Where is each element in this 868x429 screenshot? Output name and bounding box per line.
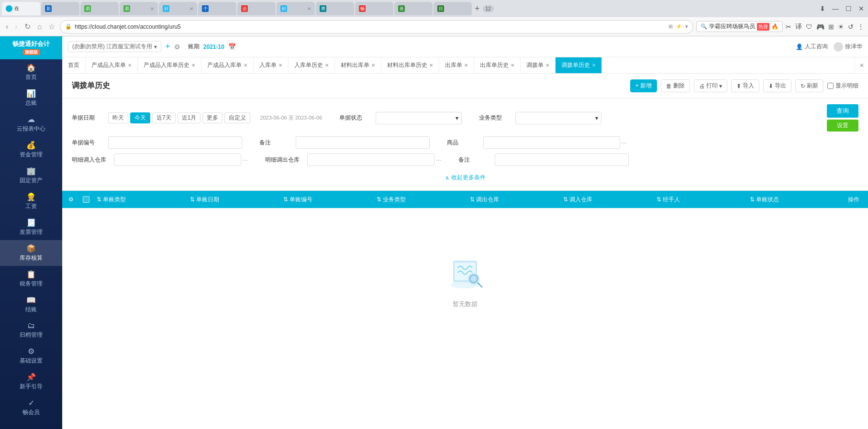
warehouse-in-dots-icon[interactable]: ··· [242, 156, 248, 164]
scissors-icon[interactable]: ✂ [786, 23, 791, 31]
close-button[interactable]: ✕ [857, 4, 866, 13]
period-value[interactable]: 2021-10 [203, 44, 224, 50]
tab-x-10[interactable]: ✕ [545, 63, 549, 68]
new-tab-button[interactable]: + [473, 4, 482, 14]
tab-x-11[interactable]: ✕ [592, 63, 596, 68]
browser-tab-1[interactable]: 新 [41, 2, 79, 15]
page-tab-11[interactable]: 调拨单历史 ✕ [556, 57, 602, 73]
gear-settings-button[interactable]: ⚙ [174, 43, 180, 51]
goods-input[interactable] [483, 136, 620, 149]
page-tab-1[interactable]: 产成品入库单 ✕ [86, 57, 138, 73]
th-doc-number[interactable]: ⇅ 单账编号 [279, 196, 373, 204]
url-box[interactable]: 🔒 https://cloud.chanjet.com/accounting/u… [60, 20, 693, 33]
th-doc-type[interactable]: ⇅ 单账类型 [93, 196, 186, 204]
tab-x-3[interactable]: ✕ [244, 63, 247, 68]
sidebar-item-ledger[interactable]: 📊 总账 [0, 85, 62, 111]
date-btn-7days[interactable]: 近7天 [152, 112, 176, 123]
date-btn-today[interactable]: 今天 [130, 112, 150, 123]
tab-x-7[interactable]: ✕ [429, 63, 433, 68]
light-icon[interactable]: ☀ [838, 23, 844, 31]
page-tab-6[interactable]: 材料出库单 ✕ [335, 57, 381, 73]
user-profile[interactable]: 徐泽华 [834, 42, 862, 52]
warehouse-out-input[interactable] [307, 154, 434, 166]
tab-x-9[interactable]: ✕ [511, 63, 514, 68]
page-tab-4[interactable]: 入库单 ✕ [254, 57, 289, 73]
tab-x-1[interactable]: ✕ [128, 63, 132, 68]
browser-tab-4[interactable]: 好 ✕ [159, 2, 197, 15]
settings-btn[interactable]: 设置 [827, 120, 858, 132]
print-button[interactable]: 🖨 打印 ▾ [694, 79, 727, 92]
tab-close-4[interactable]: ✕ [189, 6, 193, 11]
goods-dots-icon[interactable]: ··· [621, 139, 627, 146]
service-button[interactable]: 👤 人工咨询 [796, 43, 828, 51]
th-biz-type[interactable]: ⇅ 业务类型 [373, 196, 466, 204]
browser-tab-5[interactable]: 个 [198, 2, 236, 15]
tab-x-4[interactable]: ✕ [278, 63, 282, 68]
warehouse-in-input[interactable] [114, 154, 241, 166]
select-all-checkbox[interactable] [83, 196, 89, 203]
menu-icon[interactable]: ⋮ [857, 23, 864, 31]
collapse-button[interactable]: ∧ 收起更多条件 [72, 171, 858, 185]
display-toggle[interactable]: 显示明细 [827, 82, 858, 90]
sidebar-item-assets[interactable]: 🏢 固定资产 [0, 163, 62, 188]
downloads-button[interactable]: ⬇ [818, 4, 827, 13]
th-transfer-in[interactable]: ⇅ 调入仓库 [559, 196, 653, 204]
status-select[interactable]: ▾ [376, 112, 462, 124]
forward-button[interactable]: › [13, 22, 19, 32]
refresh-button[interactable]: ↻ 刷新 [795, 79, 823, 92]
grid-icon[interactable]: ⊞ [828, 23, 834, 31]
page-tab-5[interactable]: 入库单历史 ✕ [289, 57, 335, 73]
maximize-button[interactable]: ☐ [844, 4, 854, 13]
sidebar-item-closing[interactable]: 📖 结账 [0, 292, 62, 318]
home-button[interactable]: ⌂ [35, 22, 44, 32]
th-transfer-out[interactable]: ⇅ 调出仓库 [466, 196, 559, 204]
doc-number-input[interactable] [108, 136, 242, 149]
tab-close-7[interactable]: ✕ [307, 6, 311, 11]
tab-x-6[interactable]: ✕ [371, 63, 375, 68]
browser-tab-8[interactable]: 腾 [316, 2, 354, 15]
warehouse-out-dots-icon[interactable]: ··· [435, 156, 441, 164]
browser-tab-2[interactable]: 易 [80, 2, 119, 15]
sidebar-item-archive[interactable]: 🗂 归档管理 [0, 318, 62, 343]
import-button[interactable]: ⬆ 导入 [731, 79, 759, 92]
tab-x-8[interactable]: ✕ [464, 63, 468, 68]
sidebar-item-finance[interactable]: 💰 资金管理 [0, 137, 62, 163]
delete-button[interactable]: 🗑 删除 [661, 79, 690, 92]
remarks-input[interactable] [296, 136, 430, 149]
close-all-tabs-button[interactable]: ✕ [855, 57, 868, 73]
th-doc-date[interactable]: ⇅ 单账日期 [186, 196, 279, 204]
browser-tab-3[interactable]: 易 ✕ [120, 2, 158, 15]
date-btn-yesterday[interactable]: 昨天 [108, 112, 128, 123]
tab-x-2[interactable]: ✕ [191, 63, 195, 68]
new-button[interactable]: + 新增 [630, 79, 657, 92]
sidebar-item-salary[interactable]: 👷 工资 [0, 188, 62, 214]
sidebar-item-tax[interactable]: 📋 税务管理 [0, 266, 62, 292]
sidebar-item-settings[interactable]: ⚙ 基础设置 [0, 343, 62, 369]
calendar-icon[interactable]: 📅 [228, 43, 236, 50]
browser-tab-logo[interactable]: 在 [2, 2, 40, 15]
add-company-button[interactable]: + [165, 42, 170, 52]
bookmark-button[interactable]: ☆ [46, 21, 57, 32]
sidebar-item-inventory[interactable]: 📦 库存核算 [0, 240, 62, 266]
translate-icon[interactable]: 译 [795, 22, 802, 31]
browser-tab-10[interactable]: 各 [394, 2, 433, 15]
sidebar-item-report[interactable]: ☁ 云报表中心 [0, 111, 62, 137]
browser-tab-9[interactable]: 畅 [355, 2, 393, 15]
page-tab-9[interactable]: 出库单历史 ✕ [474, 57, 521, 73]
back-button[interactable]: ‹ [4, 22, 10, 32]
page-tab-2[interactable]: 产成品入库单历史 ✕ [138, 57, 201, 73]
tab-close-3[interactable]: ✕ [150, 6, 154, 11]
page-tab-7[interactable]: 材料出库单历史 ✕ [381, 57, 439, 73]
page-tab-3[interactable]: 产成品入库单 ✕ [201, 57, 254, 73]
sidebar-item-home[interactable]: 🏠 首页 [0, 59, 62, 85]
game-icon[interactable]: 🎮 [816, 23, 824, 31]
sidebar-item-guide[interactable]: 📌 新手引导 [0, 369, 62, 395]
minimize-button[interactable]: — [830, 4, 841, 13]
th-checkbox[interactable] [79, 196, 93, 203]
date-btn-1month[interactable]: 近1月 [178, 112, 201, 123]
sidebar-item-member[interactable]: ✓ 畅会员 [0, 395, 62, 420]
display-checkbox[interactable] [827, 83, 834, 89]
page-tab-8[interactable]: 出库单 ✕ [439, 57, 474, 73]
browser-tab-7[interactable]: 好 ✕ [277, 2, 315, 15]
sidebar-item-invoice[interactable]: 🧾 发票管理 [0, 214, 62, 240]
